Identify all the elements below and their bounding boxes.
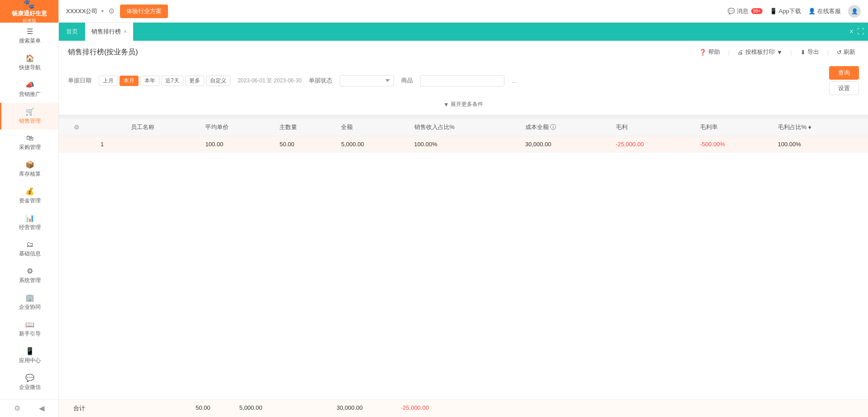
sidebar-item-inventory[interactable]: 📦 库存核算 (0, 156, 58, 182)
date-btn-last-month[interactable]: 上月 (99, 76, 118, 86)
guide-icon: 📖 (25, 320, 34, 329)
sidebar-item-label: 营销推广 (19, 91, 41, 98)
goods-more-icon[interactable]: ... (512, 77, 517, 84)
trial-button[interactable]: 体验行业方案 (120, 5, 168, 18)
sidebar-item-membership[interactable]: 🔷 畅会员 (0, 396, 58, 399)
tab-window-close-icon[interactable]: × (849, 28, 854, 36)
footer-amount: 5,000.00 (234, 403, 268, 413)
col-gross-rate: 毛利率 (695, 119, 772, 136)
wechat-icon: 💬 (25, 374, 34, 382)
tab-label: 销售排行榜 (91, 28, 121, 36)
tab-close-icon[interactable]: × (124, 29, 127, 35)
help-button[interactable]: ❓ 帮助 (695, 46, 724, 58)
goods-label: 商品 (401, 77, 413, 85)
expand-icon: ▼ (444, 101, 449, 108)
sidebar-item-label: 经营管理 (19, 224, 41, 231)
table-footer: 合计 50.00 5,000.00 30,000.00 -25,000.00 (59, 399, 868, 417)
top-header: XXXXX公司 ▼ ⚙ 体验行业方案 💬 消息 99+ 📱 App下载 👤 在线… (59, 0, 868, 23)
sidebar-item-label: 企业微信 (19, 383, 41, 391)
sidebar-item-enterprise[interactable]: 🏢 企业协同 (0, 289, 58, 316)
refresh-label: 刷新 (844, 48, 855, 56)
tab-fullscreen-icon[interactable]: ⛶ (857, 28, 864, 36)
col-gross-pct: 毛利占比% ♦ (772, 119, 868, 136)
cell-settings (59, 136, 95, 153)
sidebar-item-quick-nav[interactable]: 🏠 快捷导航 (0, 49, 58, 76)
col-sales-pct: 销售收入占比% (409, 119, 520, 136)
sidebar-item-operations[interactable]: 📊 经营管理 (0, 209, 58, 236)
date-btn-this-month[interactable]: 本月 (120, 76, 139, 86)
main-content: XXXXX公司 ▼ ⚙ 体验行业方案 💬 消息 99+ 📱 App下载 👤 在线… (59, 0, 868, 417)
export-button[interactable]: ⬇ 导出 (797, 46, 823, 58)
sidebar-item-app-center[interactable]: 📱 应用中心 (0, 342, 58, 369)
app-download-icon: 📱 (770, 8, 777, 14)
date-buttons: 上月 本月 本年 近7天 更多 自定义 (99, 76, 230, 86)
sidebar-item-guide[interactable]: 📖 新手引导 (0, 316, 58, 342)
message-button[interactable]: 💬 消息 99+ (728, 7, 762, 15)
sidebar-item-marketing[interactable]: 📣 营销推广 (0, 76, 58, 103)
help-label: 帮助 (708, 48, 720, 56)
app-center-icon: 📱 (25, 347, 34, 355)
date-range-display: 2023-06-01 至 2023-06-30 (238, 77, 302, 85)
footer-quantity: 50.00 (190, 403, 216, 413)
sidebar-item-wechat[interactable]: 💬 企业微信 (0, 369, 58, 396)
status-select[interactable] (340, 75, 394, 86)
date-btn-custom[interactable]: 自定义 (206, 76, 230, 86)
expand-conditions-button[interactable]: ▼ 展开更多条件 (68, 99, 859, 110)
sidebar-collapse-button[interactable]: ◀ (39, 404, 44, 412)
cell-gross-pct: 100.00% (772, 136, 868, 153)
print-icon: 🖨 (738, 49, 743, 56)
avatar-placeholder: 👤 (851, 8, 858, 14)
sidebar-settings-button[interactable]: ⚙ (14, 404, 20, 412)
query-button[interactable]: 查询 (829, 66, 859, 80)
inventory-icon: 📦 (25, 160, 34, 169)
cell-rank: 1 (95, 136, 125, 153)
message-badge: 99+ (751, 8, 762, 14)
goods-input[interactable] (420, 75, 504, 86)
tab-home[interactable]: 首页 (59, 23, 85, 41)
tab-bar: 首页 销售排行榜 × × ⛶ (59, 23, 868, 41)
company-selector[interactable]: XXXXX公司 ▼ (66, 7, 105, 15)
enterprise-icon: 🏢 (25, 293, 34, 302)
cell-gross-rate: -500.00% (695, 136, 772, 153)
date-btn-7-days[interactable]: 近7天 (161, 76, 183, 86)
search-menu-icon: ☰ (27, 27, 33, 36)
user-avatar[interactable]: 👤 (848, 5, 861, 18)
header-settings-icon[interactable]: ⚙ (108, 7, 115, 15)
table-row: 1 100.00 50.00 5,000.00 100.00% 30,000.0… (59, 136, 868, 153)
template-print-button[interactable]: 🖨 按模板打印 ▼ (734, 46, 786, 58)
col-quantity: 主数量 (274, 119, 336, 136)
refresh-button[interactable]: ↺ 刷新 (833, 46, 859, 58)
home-icon: 🏠 (25, 54, 34, 62)
sidebar-item-label: 资金管理 (19, 197, 41, 205)
sales-icon: 🛒 (25, 107, 34, 116)
tab-home-label: 首页 (66, 28, 78, 36)
logo-icon: 🐾 (24, 0, 35, 10)
sidebar-item-label: 新手引导 (19, 330, 41, 338)
sidebar-item-basic-info[interactable]: 🗂 基础信息 (0, 236, 58, 262)
basic-info-icon: 🗂 (26, 240, 34, 249)
online-service-button[interactable]: 👤 在线客服 (808, 7, 841, 15)
sidebar-item-label: 搜索菜单 (19, 37, 41, 45)
col-settings[interactable]: ⚙ (59, 119, 95, 136)
logo-title: 畅康通好生意 (12, 10, 47, 18)
operations-icon: 📊 (25, 214, 34, 222)
tab-sales-ranking[interactable]: 销售排行榜 × (85, 23, 133, 41)
app-download-label: App下载 (779, 7, 801, 15)
sidebar-item-sales[interactable]: 🛒 销售管理 (0, 103, 58, 129)
online-service-label: 在线客服 (817, 7, 841, 15)
sidebar-item-purchase[interactable]: 🛍 采购管理 (0, 129, 58, 156)
col-avg-price: 平均单价 (200, 119, 274, 136)
message-icon: 💬 (728, 8, 735, 14)
finance-icon: 💰 (25, 187, 34, 196)
sidebar-item-finance[interactable]: 💰 资金管理 (0, 182, 58, 209)
sidebar-item-label: 销售管理 (19, 117, 41, 125)
filter-settings-button[interactable]: 设置 (829, 81, 859, 95)
date-btn-this-year[interactable]: 本年 (140, 76, 159, 86)
sidebar-item-search[interactable]: ☰ 搜索菜单 (0, 23, 58, 49)
app-download-button[interactable]: 📱 App下载 (770, 7, 801, 15)
cell-cost: 30,000.00 (520, 136, 610, 153)
page-content: 销售排行榜(按业务员) ❓ 帮助 | 🖨 按模板打印 ▼ | ⬇ 导出 | (59, 41, 868, 417)
sidebar-item-system[interactable]: ⚙ 系统管理 (0, 262, 58, 289)
expand-label: 展开更多条件 (451, 101, 483, 108)
date-btn-more[interactable]: 更多 (185, 76, 204, 86)
